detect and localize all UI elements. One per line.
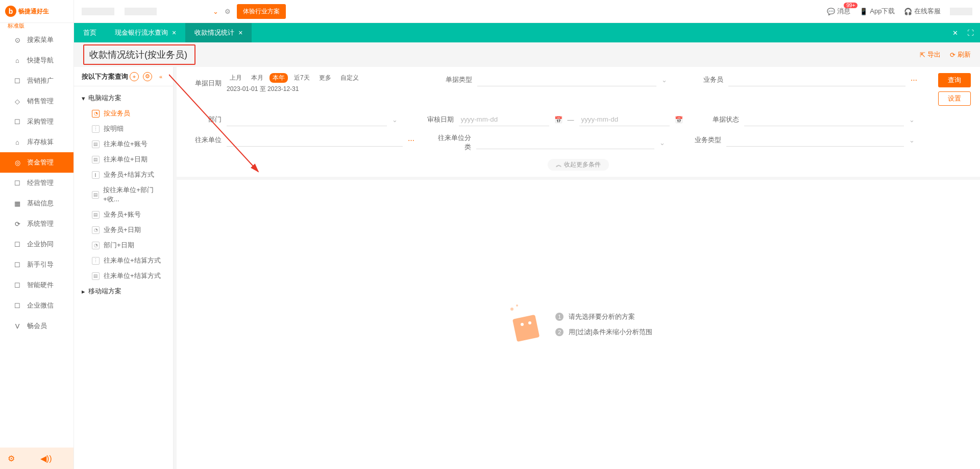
chevron-down-icon[interactable]: ⌄ [909, 136, 915, 144]
close-icon[interactable]: × [238, 29, 242, 37]
caret-right-icon: ▸ [82, 288, 85, 295]
calendar-icon[interactable]: 📅 [675, 116, 683, 124]
dept-select[interactable] [227, 113, 387, 126]
chevron-down-icon[interactable]: ⌄ [909, 116, 915, 124]
sound-icon[interactable]: ◀)) [40, 454, 52, 463]
scheme-item[interactable]: ⋮往来单位+结算方式 [74, 253, 173, 268]
settings-icon[interactable]: ⚙ [8, 454, 15, 463]
scheme-item[interactable]: ◔按业务员 [74, 106, 173, 121]
doc-icon: ▤ [92, 156, 100, 163]
scheme-item[interactable]: ◔部门+日期 [74, 238, 173, 253]
scheme-item[interactable]: ◔业务员+日期 [74, 222, 173, 238]
support-link[interactable]: 🎧 在线客服 [904, 7, 941, 16]
tab-receipts[interactable]: 收款情况统计× [185, 23, 252, 42]
chevron-down-icon[interactable]: ⌄ [659, 139, 665, 147]
menu-hardware[interactable]: ☐智能硬件 [0, 275, 74, 295]
refresh-button[interactable]: ⟳刷新 [950, 50, 971, 59]
menu-system[interactable]: ⟳系统管理 [0, 214, 74, 234]
chevron-down-icon[interactable]: ⌄ [662, 76, 667, 84]
menu-basicinfo[interactable]: ▦基础信息 [0, 193, 74, 214]
export-button[interactable]: ⇱导出 [920, 50, 941, 59]
app-download-link[interactable]: 📱 App下载 [860, 7, 895, 16]
scheme-settings-button[interactable]: ⚙ [143, 72, 152, 81]
menu-sales[interactable]: ◇销售管理 [0, 91, 74, 111]
scheme-item[interactable]: ▤往来单位+账号 [74, 136, 173, 152]
menu-funds[interactable]: ◎资金管理 [0, 152, 74, 173]
message-badge: 99+ [844, 3, 857, 8]
biz-type-select[interactable] [726, 133, 904, 147]
menu-member[interactable]: V畅会员 [0, 316, 74, 336]
gift-icon: ☐ [13, 76, 22, 85]
clock-icon: ◔ [92, 242, 100, 249]
menu-search[interactable]: ⊙搜索菜单 [0, 30, 74, 50]
more-icon[interactable]: ⋯ [408, 136, 415, 144]
menu-guide[interactable]: ☐新手引导 [0, 254, 74, 275]
user-avatar[interactable] [950, 8, 972, 15]
close-all-icon[interactable]: ✕ [952, 29, 958, 37]
collapse-filters-button[interactable]: ︽ 收起更多条件 [548, 159, 609, 171]
partner-input[interactable] [227, 133, 403, 147]
partner-cat-select[interactable] [476, 136, 654, 149]
date-tab-lastmonth[interactable]: 上月 [227, 73, 245, 83]
vip-icon: V [13, 321, 22, 331]
logo-subtitle: 标准版 [0, 22, 74, 30]
menu-wechat[interactable]: ☐企业微信 [0, 295, 74, 316]
scheme-group-desktop[interactable]: ▾电脑端方案 [74, 90, 173, 106]
work-area: 按以下方案查询 + ⚙ « ▾电脑端方案 ◔按业务员 ⋮按明细 ▤往来单位+账号… [74, 67, 980, 469]
scheme-item[interactable]: ▤往来单位+日期 [74, 152, 173, 167]
fullscreen-icon[interactable]: ⛶ [967, 29, 974, 37]
bag-icon: ☐ [13, 117, 22, 126]
date-tab-thisyear[interactable]: 本年 [270, 73, 288, 83]
phone-icon: 📱 [860, 8, 868, 15]
caret-down-icon: ▾ [82, 95, 85, 102]
empty-step-2: 2用[过滤]条件来缩小分析范围 [555, 327, 652, 337]
org-selector[interactable]: ⌄ [82, 8, 218, 15]
tab-cashflow[interactable]: 现金银行流水查询× [106, 23, 185, 42]
menu-purchase[interactable]: ☐采购管理 [0, 111, 74, 132]
more-icon[interactable]: ⋯ [911, 76, 918, 84]
menu-quicknav[interactable]: ⌂快捷导航 [0, 50, 74, 71]
close-icon[interactable]: × [172, 29, 176, 37]
scheme-group-mobile[interactable]: ▸移动端方案 [74, 284, 173, 299]
gear-icon[interactable]: ⚙ [225, 8, 231, 15]
doc-icon: ▤ [92, 272, 100, 280]
warehouse-icon: ⌂ [13, 137, 22, 147]
scheme-item[interactable]: ▤按往来单位+部门+收... [74, 182, 173, 207]
salesperson-input[interactable] [728, 73, 905, 86]
bill-type-label: 单据类型 [436, 75, 472, 84]
svg-point-5 [516, 304, 518, 307]
money-icon: ◎ [13, 158, 22, 167]
bill-status-label: 单据状态 [703, 115, 739, 124]
query-button[interactable]: 查询 [938, 73, 971, 87]
clock-icon: ◔ [92, 110, 100, 118]
scheme-item[interactable]: ⋮按明细 [74, 121, 173, 136]
scheme-item[interactable]: ⫿业务员+结算方式 [74, 167, 173, 182]
export-icon: ⇱ [920, 51, 925, 59]
tab-home[interactable]: 首页 [74, 23, 106, 42]
menu-operations[interactable]: ☐经营管理 [0, 173, 74, 193]
audit-date-to[interactable] [579, 113, 670, 126]
date-tab-custom[interactable]: 自定义 [337, 73, 362, 83]
trial-button[interactable]: 体验行业方案 [237, 4, 286, 19]
date-tab-thismonth[interactable]: 本月 [248, 73, 266, 83]
scheme-item[interactable]: ▤业务员+账号 [74, 207, 173, 222]
collapse-panel-icon[interactable]: « [156, 72, 165, 81]
logo-text: 畅捷通好生 [18, 7, 49, 16]
messages-link[interactable]: 💬 消息 99+ [827, 7, 850, 16]
add-scheme-button[interactable]: + [130, 72, 139, 81]
scheme-item[interactable]: ▤往来单位+结算方式 [74, 268, 173, 284]
date-tab-7days[interactable]: 近7天 [291, 73, 313, 83]
settings-button[interactable]: 设置 [938, 91, 971, 106]
bill-type-select[interactable] [477, 73, 656, 86]
sync-icon: ⟳ [13, 219, 22, 228]
audit-date-from[interactable] [459, 113, 549, 126]
date-tab-more[interactable]: 更多 [316, 73, 334, 83]
menu-collab[interactable]: ☐企业协同 [0, 234, 74, 254]
bill-status-select[interactable] [744, 113, 904, 126]
calendar-icon[interactable]: 📅 [554, 116, 562, 124]
menu-marketing[interactable]: ☐营销推广 [0, 71, 74, 91]
chevron-down-icon[interactable]: ⌄ [392, 116, 398, 124]
grid-icon: ▦ [13, 199, 22, 208]
chevron-down-icon: ⌄ [213, 8, 218, 15]
menu-inventory[interactable]: ⌂库存核算 [0, 132, 74, 152]
